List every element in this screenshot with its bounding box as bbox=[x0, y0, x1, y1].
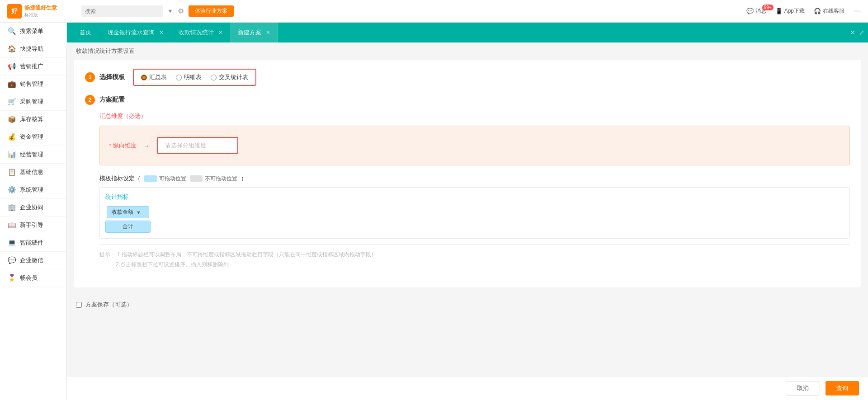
dropdown-icon[interactable]: ▼ bbox=[167, 8, 173, 14]
sidebar-item-hardware[interactable]: 💻 智能硬件 bbox=[0, 234, 66, 252]
page-content: 收款情况统计方案设置 1 选择模板 汇总表 bbox=[67, 42, 868, 376]
tab-cashflow-label: 现金银行流水查询 bbox=[108, 28, 155, 37]
radio-detail-label: 明细表 bbox=[184, 73, 202, 81]
tab-maximize-icon[interactable]: ⤢ bbox=[859, 29, 864, 36]
sidebar-label-sales: 销售管理 bbox=[20, 80, 43, 88]
save-option: 方案保存（可选） bbox=[67, 295, 868, 314]
tab-home[interactable]: 首页 bbox=[71, 28, 100, 37]
radio-summary-label: 汇总表 bbox=[149, 73, 167, 81]
movable-legend: 可拖动位置 bbox=[144, 175, 186, 183]
form-card: 1 选择模板 汇总表 明细表 bbox=[74, 60, 861, 287]
sidebar-item-management[interactable]: 📊 经营管理 bbox=[0, 146, 66, 164]
cancel-button[interactable]: 取消 bbox=[786, 381, 820, 395]
settings-icon[interactable]: ⚙ bbox=[178, 7, 184, 15]
service-label: 在线客服 bbox=[823, 7, 844, 15]
tab-collection-close[interactable]: ✕ bbox=[218, 29, 223, 36]
radio-summary[interactable]: 汇总表 bbox=[141, 73, 167, 81]
message-icon: 💬 bbox=[746, 8, 754, 14]
system-icon: ⚙️ bbox=[7, 186, 16, 194]
search-menu-icon: 🔍 bbox=[7, 27, 16, 35]
unmovable-legend: 不可拖动位置 bbox=[190, 175, 237, 183]
movable-label: 可拖动位置 bbox=[159, 175, 186, 183]
tab-collection-label: 收款情况统计 bbox=[179, 28, 214, 37]
service-group[interactable]: 🎧 在线客服 bbox=[814, 7, 844, 15]
step1-section: 1 选择模板 汇总表 明细表 bbox=[85, 69, 850, 86]
service-icon: 🎧 bbox=[814, 8, 821, 14]
app-name: 畅捷通好生意 bbox=[24, 4, 57, 12]
sidebar-item-system[interactable]: ⚙️ 系统管理 bbox=[0, 181, 66, 199]
search-input[interactable] bbox=[81, 5, 163, 17]
sidebar-label-quicknav: 快捷导航 bbox=[20, 45, 43, 53]
tip-line2: 2.点击标题栏下拉可设置排序、插入列和删除列 bbox=[99, 260, 850, 270]
sidebar-item-inventory[interactable]: 📦 库存核算 bbox=[0, 111, 66, 128]
tab-cashflow[interactable]: 现金银行流水查询 ✕ bbox=[100, 23, 171, 42]
app-logo-icon: 好 bbox=[11, 7, 18, 15]
newbie-icon: 📖 bbox=[7, 221, 16, 229]
tab-close-all-icon[interactable]: ✕ bbox=[850, 29, 855, 36]
sidebar-label-collab: 企业协同 bbox=[20, 203, 43, 212]
message-group[interactable]: 💬 消息 99+ bbox=[746, 7, 766, 15]
radio-detail[interactable]: 明细表 bbox=[176, 73, 202, 81]
sidebar-item-collab[interactable]: 🏢 企业协同 bbox=[0, 199, 66, 216]
sidebar-item-basic[interactable]: 📋 基础信息 bbox=[0, 164, 66, 181]
tab-newplan-close[interactable]: ✕ bbox=[266, 29, 270, 36]
step1-title: 选择模板 bbox=[99, 73, 125, 81]
tab-collection[interactable]: 收款情况统计 ✕ bbox=[171, 23, 231, 42]
collab-icon: 🏢 bbox=[7, 203, 16, 212]
sidebar-item-purchase[interactable]: 🛒 采购管理 bbox=[0, 93, 66, 111]
finance-icon: 💰 bbox=[7, 133, 16, 141]
sidebar-label-newbie: 新手引导 bbox=[20, 221, 43, 229]
download-label: App下载 bbox=[784, 7, 805, 15]
indicator-tags-area: 统计指标 收款金额 ▼ 合计 bbox=[99, 187, 850, 239]
unmovable-color bbox=[190, 175, 203, 182]
radio-summary-input[interactable] bbox=[141, 75, 147, 80]
sidebar-item-quicknav[interactable]: 🏠 快捷导航 bbox=[0, 40, 66, 58]
save-label: 方案保存（可选） bbox=[85, 301, 132, 309]
marketing-icon: 📢 bbox=[7, 62, 16, 71]
tab-newplan-label: 新建方案 bbox=[238, 28, 261, 37]
sidebar-label-purchase: 采购管理 bbox=[20, 98, 43, 106]
sidebar-label-weixin: 企业微信 bbox=[20, 256, 43, 264]
indicator-tag-amount[interactable]: 收款金额 ▼ bbox=[107, 206, 149, 218]
sidebar-item-search[interactable]: 🔍 搜索菜单 bbox=[0, 23, 66, 40]
tab-cashflow-close[interactable]: ✕ bbox=[159, 29, 164, 36]
tab-newplan[interactable]: 新建方案 ✕ bbox=[231, 23, 278, 42]
weixin-icon: 💬 bbox=[7, 256, 16, 264]
indicator-dropdown-icon[interactable]: ▼ bbox=[136, 210, 141, 215]
step1-header: 1 选择模板 汇总表 明细表 bbox=[85, 69, 850, 86]
vertical-label: * 纵向维度 bbox=[109, 141, 137, 150]
sidebar-label-hardware: 智能硬件 bbox=[20, 239, 43, 247]
indicators-section: 模板指标设定（ 可拖动位置 不可拖动位置 ） bbox=[99, 174, 850, 239]
management-icon: 📊 bbox=[7, 151, 16, 159]
radio-cross[interactable]: 交叉统计表 bbox=[211, 73, 248, 81]
dimension-selector[interactable]: 请选择分组维度 bbox=[157, 137, 238, 154]
basic-icon: 📋 bbox=[7, 168, 16, 176]
sidebar-label-vip: 畅会员 bbox=[20, 274, 38, 282]
footer-bar: 取消 查询 bbox=[67, 376, 868, 400]
sidebar-item-weixin[interactable]: 💬 企业微信 bbox=[0, 252, 66, 269]
dimension-row: * 纵向维度 → 请选择分组维度 bbox=[109, 137, 840, 154]
sidebar: 🔍 搜索菜单 🏠 快捷导航 📢 营销推广 💼 销售管理 🛒 采购管理 📦 库存核… bbox=[0, 23, 67, 400]
template-radio-group: 汇总表 明细表 交叉统计表 bbox=[133, 69, 256, 86]
step2-header: 2 方案配置 bbox=[85, 95, 850, 105]
sidebar-item-vip[interactable]: 🎖️ 畅会员 bbox=[0, 269, 66, 287]
user-name bbox=[854, 10, 861, 12]
sidebar-item-marketing[interactable]: 📢 营销推广 bbox=[0, 58, 66, 75]
radio-detail-input[interactable] bbox=[176, 75, 182, 80]
download-icon: 📱 bbox=[775, 8, 783, 14]
radio-cross-input[interactable] bbox=[211, 75, 217, 80]
inventory-icon: 📦 bbox=[7, 115, 16, 123]
indicators-title: 统计指标 bbox=[105, 193, 844, 201]
unmovable-label: 不可拖动位置 bbox=[205, 175, 237, 183]
download-group[interactable]: 📱 App下载 bbox=[775, 7, 805, 15]
save-checkbox[interactable] bbox=[76, 302, 82, 308]
step2-section: 2 方案配置 汇总维度（必选） * 纵向维度 → 请选择分组维度 bbox=[85, 95, 850, 269]
sidebar-item-newbie[interactable]: 📖 新手引导 bbox=[0, 216, 66, 234]
industry-button[interactable]: 体验行业方案 bbox=[189, 5, 234, 17]
sidebar-item-finance[interactable]: 💰 资金管理 bbox=[0, 128, 66, 146]
sidebar-label-basic: 基础信息 bbox=[20, 168, 43, 176]
sidebar-item-sales[interactable]: 💼 销售管理 bbox=[0, 75, 66, 93]
query-button[interactable]: 查询 bbox=[826, 381, 859, 395]
step2-badge: 2 bbox=[85, 95, 95, 105]
content-area: 首页 现金银行流水查询 ✕ 收款情况统计 ✕ 新建方案 ✕ ✕ ⤢ 收款情况统计… bbox=[67, 23, 868, 400]
